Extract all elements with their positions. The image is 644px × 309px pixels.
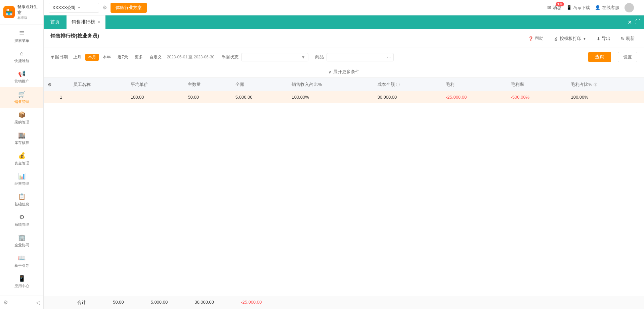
col-settings[interactable]: ⚙ xyxy=(44,78,56,91)
date-tab-last-month[interactable]: 上月 xyxy=(71,54,84,61)
sidebar-item-inventory-label: 库存核算 xyxy=(14,140,29,145)
expand-more-button[interactable]: ∨ 展开更多条件 xyxy=(44,66,644,78)
sidebar-item-finance[interactable]: 💰 资金管理 xyxy=(0,149,43,169)
goods-input[interactable]: ··· xyxy=(327,53,394,61)
tab-close-icon[interactable]: × xyxy=(98,20,100,24)
expand-label: 展开更多条件 xyxy=(333,69,359,75)
status-select[interactable]: ▼ xyxy=(241,53,308,61)
page-header: 销售排行榜(按业务员) ❓ 帮助 🖨 按模板打印 ▼ ⬇ 导出 xyxy=(44,29,644,48)
toolbar: ❓ 帮助 🖨 按模板打印 ▼ ⬇ 导出 ↻ 刷新 xyxy=(525,34,637,43)
row-gross-rate-cell: -500.00% xyxy=(507,91,567,103)
footer-cost: 30,000.00 xyxy=(195,300,214,305)
basic-icon: 📋 xyxy=(18,193,26,200)
message-icon: ✉ xyxy=(547,5,551,10)
trial-button[interactable]: 体验行业方案 xyxy=(111,3,147,13)
date-tab-this-year[interactable]: 本年 xyxy=(100,54,114,61)
row-sales-ratio-cell: 100.00% xyxy=(288,91,373,103)
row-rank: 1 xyxy=(60,95,62,100)
settings-button[interactable]: 设置 xyxy=(618,52,637,62)
help-icon: ❓ xyxy=(528,36,533,41)
footer-total-label: 合计 xyxy=(77,300,86,306)
window-maximize-icon[interactable]: ⛶ xyxy=(635,19,641,25)
refresh-button[interactable]: ↻ 刷新 xyxy=(618,34,637,43)
date-filter-label: 单据日期 xyxy=(50,54,68,60)
help-button[interactable]: ❓ 帮助 xyxy=(525,34,546,43)
tab-home-label: 首页 xyxy=(50,19,60,25)
sidebar-item-search-label: 搜索菜单 xyxy=(14,38,29,43)
sidebar-item-guide-label: 新手引导 xyxy=(14,263,29,268)
col-sales-ratio: 销售收入占比% xyxy=(288,78,373,91)
col-rank xyxy=(56,78,69,91)
date-tabs: 上月 本月 本年 近7天 更多 自定义 xyxy=(71,54,164,61)
sidebar-item-purchase[interactable]: 📦 采购管理 xyxy=(0,108,43,128)
row-avg-price-cell: 100.00 xyxy=(127,91,184,103)
app-download-label: App下载 xyxy=(573,5,590,11)
footer-settings-icon[interactable]: ⚙ xyxy=(3,299,8,306)
goods-more-icon[interactable]: ··· xyxy=(387,55,391,60)
cost-info-icon[interactable]: ⓘ xyxy=(396,83,400,87)
company-selector[interactable]: XXXXX公司 ▼ xyxy=(49,3,99,13)
row-cost-cell: 30,000.00 xyxy=(373,91,442,103)
date-tab-more[interactable]: 更多 xyxy=(132,54,145,61)
sidebar-item-system[interactable]: ⚙ 系统管理 xyxy=(0,210,43,230)
tab-home[interactable]: 首页 xyxy=(44,15,67,29)
filter-bar: 单据日期 上月 本月 本年 近7天 更多 自定义 2023-06-01 至 20… xyxy=(44,48,644,78)
column-settings-icon[interactable]: ⚙ xyxy=(48,82,52,87)
col-amount: 全额 xyxy=(231,78,288,91)
date-tab-this-month[interactable]: 本月 xyxy=(85,54,99,61)
tab-bar: 首页 销售排行榜 × ✕ ⛶ xyxy=(44,15,644,29)
apps-icon: 📱 xyxy=(18,275,26,282)
row-gross-ratio-cell: 100.00% xyxy=(567,91,644,103)
footer-cost-pair: 30,000.00 xyxy=(195,300,214,306)
date-tab-custom[interactable]: 自定义 xyxy=(147,54,164,61)
sidebar-item-guide[interactable]: 📖 新手引导 xyxy=(0,251,43,271)
avatar[interactable] xyxy=(625,3,634,12)
footer-quantity: 50.00 xyxy=(113,300,124,305)
print-button[interactable]: 🖨 按模板打印 ▼ xyxy=(551,34,589,43)
sidebar-item-operations-label: 经营管理 xyxy=(14,181,29,186)
row-name-cell xyxy=(69,91,127,103)
window-close-icon[interactable]: ✕ xyxy=(628,19,632,25)
sidebar-item-apps[interactable]: 📱 应用中心 xyxy=(0,271,43,292)
download-icon: 📱 xyxy=(566,5,572,10)
sidebar-item-inventory[interactable]: 🏬 库存核算 xyxy=(0,128,43,149)
sidebar-item-enterprise[interactable]: 🏢 企业协同 xyxy=(0,230,43,251)
tab-sales-ranking[interactable]: 销售排行榜 × xyxy=(67,15,105,29)
online-service-label: 在线客服 xyxy=(602,5,619,11)
online-service-item[interactable]: 👤 在线客服 xyxy=(595,5,619,11)
message-item[interactable]: ✉ 消息 99+ xyxy=(547,5,561,11)
tab-sales-ranking-label: 销售排行榜 xyxy=(72,19,95,25)
page-title: 销售排行榜(按业务员) xyxy=(50,33,99,39)
sidebar-item-search[interactable]: ☰ 搜索菜单 xyxy=(0,26,43,47)
header-settings-icon[interactable]: ⚙ xyxy=(102,4,107,11)
export-button[interactable]: ⬇ 导出 xyxy=(594,34,613,43)
col-cost: 成本全额 ⓘ xyxy=(373,78,442,91)
sidebar-item-finance-label: 资金管理 xyxy=(14,161,29,166)
collapse-icon[interactable]: ◁ xyxy=(36,299,40,306)
tab-right-controls: ✕ ⛶ xyxy=(628,19,644,25)
sidebar-item-basic-label: 基础信息 xyxy=(14,202,29,207)
print-icon: 🖨 xyxy=(554,36,558,41)
col-quantity: 主数量 xyxy=(184,78,231,91)
sidebar-item-marketing[interactable]: 📢 营销推广 xyxy=(0,67,43,87)
sidebar-item-sales[interactable]: 🛒 销售管理 xyxy=(0,87,43,108)
status-dropdown-icon: ▼ xyxy=(301,55,305,60)
query-button[interactable]: 查询 xyxy=(588,52,611,62)
sidebar-item-operations[interactable]: 📊 经营管理 xyxy=(0,169,43,190)
col-gross-rate: 毛利率 xyxy=(507,78,567,91)
print-dropdown-icon: ▼ xyxy=(583,37,586,41)
sidebar-item-basic[interactable]: 📋 基础信息 xyxy=(0,190,43,210)
footer-quantity-pair: 50.00 xyxy=(113,300,124,306)
sidebar-item-shortcut[interactable]: ⌂ 快捷导航 xyxy=(0,47,43,67)
table-header-row: ⚙ 员工名称 平均单价 主数量 全额 销售收入占比% 成本全额 ⓘ 毛利 xyxy=(44,78,644,91)
sidebar-item-wechat[interactable]: 💬 企业微信 xyxy=(0,292,43,296)
refresh-icon: ↻ xyxy=(621,36,625,41)
date-tab-7days[interactable]: 近7天 xyxy=(115,54,131,61)
gross-ratio-info-icon[interactable]: ⓘ xyxy=(594,83,597,87)
app-download-item[interactable]: 📱 App下载 xyxy=(566,5,590,11)
help-label: 帮助 xyxy=(535,36,544,42)
sidebar-footer: ⚙ ◁ xyxy=(0,296,43,309)
row-gross-cell: -25,000.00 xyxy=(442,91,507,103)
sidebar-item-sales-label: 销售管理 xyxy=(14,99,29,104)
system-icon: ⚙ xyxy=(19,213,25,221)
